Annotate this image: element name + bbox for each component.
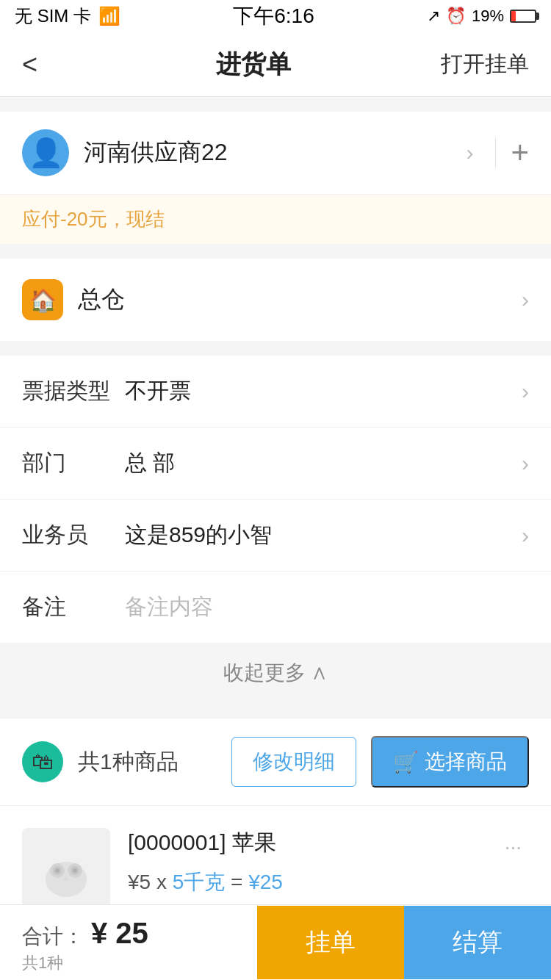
status-left: 无 SIM 卡 📶 — [15, 4, 120, 28]
invoice-type-row[interactable]: 票据类型 不开票 › — [0, 356, 551, 427]
page-title: 进货单 — [216, 48, 291, 82]
product-info: [0000001] 苹果 ¥5 x 5千克 = ¥25 — [128, 828, 480, 896]
invoice-type-label: 票据类型 — [22, 376, 110, 406]
hang-button[interactable]: 挂单 — [257, 906, 404, 979]
status-right: ↗ ⏰ 19% — [427, 7, 536, 26]
supplier-avatar: 👤 — [22, 129, 69, 176]
battery-icon — [510, 10, 536, 23]
remark-input[interactable]: 备注内容 — [110, 592, 529, 622]
invoice-chevron-icon: › — [522, 379, 529, 404]
add-supplier-button[interactable]: + — [495, 137, 529, 168]
status-bar: 无 SIM 卡 📶 下午6:16 ↗ ⏰ 19% — [0, 0, 551, 32]
section-gap-3 — [0, 341, 551, 356]
warehouse-row[interactable]: 🏠 总仓 › — [0, 259, 551, 341]
edit-details-button[interactable]: 修改明细 — [231, 737, 356, 787]
collapse-toggle[interactable]: 收起更多 ∧ — [0, 643, 551, 703]
section-gap-2 — [0, 244, 551, 259]
salesperson-value: 这是859的小智 — [110, 520, 522, 550]
unit-price: ¥5 x — [128, 871, 173, 893]
total-row: 合计： ¥ 25 — [22, 917, 235, 951]
wifi-icon: 📶 — [98, 6, 120, 26]
form-section: 票据类型 不开票 › 部门 总 部 › 业务员 这是859的小智 › 备注 备注… — [0, 356, 551, 643]
payment-info-banner: 应付-20元，现结 — [0, 195, 551, 244]
total-sub: 共1种 — [22, 952, 235, 974]
status-time: 下午6:16 — [233, 2, 314, 30]
alarm-icon: ⏰ — [446, 7, 466, 26]
footer-total: 合计： ¥ 25 共1种 — [0, 905, 257, 980]
battery-percent: 19% — [472, 7, 504, 26]
open-pending-button[interactable]: 打开挂单 — [441, 49, 529, 79]
product-name: [0000001] 苹果 — [128, 828, 480, 858]
line-total: ¥25 — [248, 871, 283, 893]
total-label: 合计： — [22, 923, 84, 951]
svg-point-5 — [55, 868, 60, 873]
supplier-section: 👤 河南供应商22 › + 应付-20元，现结 — [0, 112, 551, 244]
products-count: 共1种商品 — [78, 747, 217, 777]
product-more-button[interactable]: ··· — [497, 828, 529, 866]
warehouse-icon: 🏠 — [22, 279, 63, 320]
salesperson-row[interactable]: 业务员 这是859的小智 › — [0, 499, 551, 571]
footer: 合计： ¥ 25 共1种 挂单 结算 — [0, 904, 551, 980]
product-code: [0000001] — [128, 830, 232, 854]
section-gap-4 — [0, 703, 551, 718]
settle-button[interactable]: 结算 — [404, 906, 551, 979]
nav-bar: < 进货单 打开挂单 — [0, 32, 551, 97]
supplier-row[interactable]: 👤 河南供应商22 › + — [0, 112, 551, 195]
select-product-button[interactable]: 🛒 选择商品 — [371, 736, 529, 788]
sales-chevron-icon: › — [522, 523, 529, 548]
warehouse-name: 总仓 — [78, 284, 522, 316]
select-product-label: 选择商品 — [425, 748, 507, 776]
total-amount: ¥ 25 — [91, 917, 148, 950]
invoice-type-value: 不开票 — [110, 376, 522, 406]
location-icon: ↗ — [427, 7, 440, 26]
svg-point-6 — [73, 868, 77, 873]
product-price: ¥5 x 5千克 = ¥25 — [128, 868, 480, 896]
department-value: 总 部 — [110, 448, 522, 478]
department-label: 部门 — [22, 448, 110, 478]
department-row[interactable]: 部门 总 部 › — [0, 427, 551, 499]
product-thumbnail — [22, 828, 110, 916]
product-title: 苹果 — [232, 830, 276, 854]
products-header: 🛍 共1种商品 修改明细 🛒 选择商品 — [0, 718, 551, 805]
carrier-label: 无 SIM 卡 — [15, 4, 91, 28]
supplier-name: 河南供应商22 — [84, 137, 466, 169]
salesperson-label: 业务员 — [22, 520, 110, 550]
qty: 5千克 — [173, 871, 226, 893]
remark-label: 备注 — [22, 592, 110, 622]
products-icon: 🛍 — [22, 741, 63, 782]
supplier-chevron-icon: › — [466, 140, 473, 165]
dept-chevron-icon: › — [522, 451, 529, 476]
section-gap-1 — [0, 97, 551, 112]
warehouse-chevron-icon: › — [522, 287, 529, 312]
remark-row[interactable]: 备注 备注内容 — [0, 571, 551, 643]
back-button[interactable]: < — [22, 49, 66, 80]
cart-icon: 🛒 — [393, 750, 419, 774]
equals: = — [231, 871, 248, 893]
